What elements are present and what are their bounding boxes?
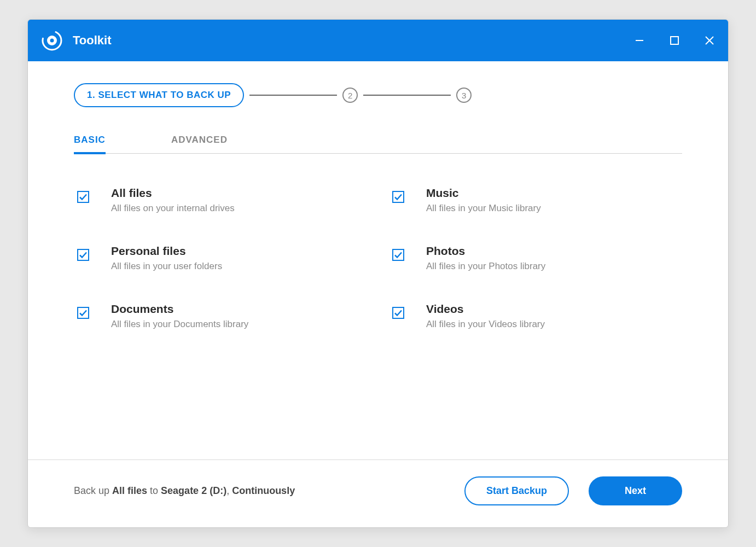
next-button[interactable]: Next — [589, 476, 682, 505]
step-connector — [249, 95, 337, 96]
minimize-button[interactable] — [634, 35, 645, 46]
option-desc: All files in your Photos library — [426, 261, 545, 272]
option-desc: All files in your Videos library — [426, 319, 545, 330]
option-title: All files — [111, 187, 235, 200]
footer: Back up All files to Seagate 2 (D:), Con… — [28, 459, 728, 527]
app-title: Toolkit — [73, 33, 111, 48]
svg-point-2 — [50, 39, 54, 43]
close-button[interactable] — [704, 35, 715, 46]
option-all-files: All files All files on your internal dri… — [74, 187, 367, 214]
option-title: Photos — [426, 245, 545, 258]
check-icon — [79, 309, 88, 317]
backup-options-grid: All files All files on your internal dri… — [74, 187, 682, 330]
option-title: Music — [426, 187, 541, 200]
check-icon — [79, 251, 88, 259]
start-backup-button[interactable]: Start Backup — [464, 476, 569, 505]
check-icon — [394, 193, 403, 201]
app-logo-icon — [41, 30, 63, 51]
checkbox-documents[interactable] — [77, 307, 89, 319]
checkbox-music[interactable] — [392, 191, 404, 203]
step-1-active: 1. SELECT WHAT TO BACK UP — [74, 83, 244, 107]
checkbox-all-files[interactable] — [77, 191, 89, 203]
option-personal-files: Personal files All files in your user fo… — [74, 245, 367, 272]
tab-bar: BASIC ADVANCED — [74, 135, 682, 154]
option-desc: All files on your internal drives — [111, 203, 235, 214]
option-desc: All files in your Music library — [426, 203, 541, 214]
main-content: 1. SELECT WHAT TO BACK UP 2 3 BASIC ADVA… — [28, 61, 728, 459]
step-2: 2 — [342, 88, 358, 103]
checkbox-personal-files[interactable] — [77, 249, 89, 261]
summary-text: , — [226, 485, 232, 496]
checkbox-photos[interactable] — [392, 249, 404, 261]
tab-advanced[interactable]: ADVANCED — [171, 135, 228, 154]
summary-what: All files — [112, 485, 147, 496]
step-indicator: 1. SELECT WHAT TO BACK UP 2 3 — [74, 83, 682, 107]
checkbox-videos[interactable] — [392, 307, 404, 319]
option-title: Documents — [111, 302, 248, 316]
summary-text: Back up — [74, 485, 112, 496]
option-documents: Documents All files in your Documents li… — [74, 302, 367, 330]
summary-dest: Seagate 2 (D:) — [161, 485, 226, 496]
app-window: Toolkit 1. SELECT WHAT TO BACK UP 2 3 BA… — [27, 19, 729, 528]
step-3: 3 — [456, 88, 472, 103]
backup-summary: Back up All files to Seagate 2 (D:), Con… — [74, 485, 295, 497]
option-desc: All files in your Documents library — [111, 319, 248, 330]
svg-rect-4 — [671, 37, 678, 44]
option-title: Personal files — [111, 245, 222, 258]
titlebar: Toolkit — [28, 20, 728, 61]
option-photos: Photos All files in your Photos library — [389, 245, 682, 272]
window-controls — [634, 35, 715, 46]
option-videos: Videos All files in your Videos library — [389, 302, 682, 330]
check-icon — [394, 309, 403, 317]
option-music: Music All files in your Music library — [389, 187, 682, 214]
check-icon — [394, 251, 403, 259]
option-desc: All files in your user folders — [111, 261, 222, 272]
option-title: Videos — [426, 302, 545, 316]
summary-text: to — [147, 485, 161, 496]
tab-basic[interactable]: BASIC — [74, 135, 106, 154]
maximize-button[interactable] — [669, 35, 680, 46]
step-connector — [363, 95, 451, 96]
check-icon — [79, 193, 88, 201]
summary-freq: Continuously — [232, 485, 295, 496]
